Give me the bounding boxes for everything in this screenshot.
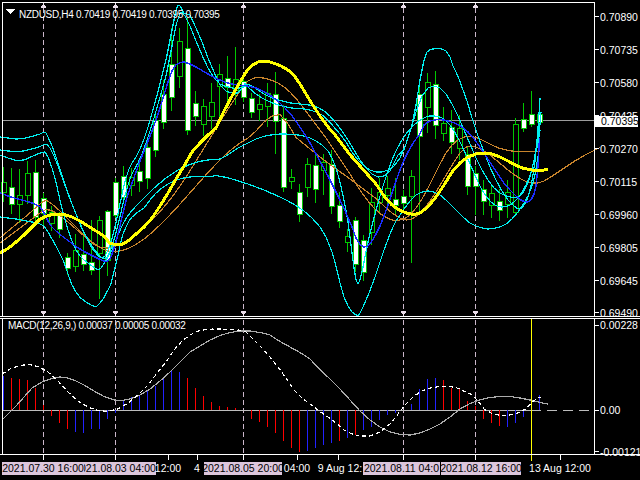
svg-text:MACD(12,26,9,) 0.00037 0.00005: MACD(12,26,9,) 0.00037 0.00005 0.00032 xyxy=(8,320,186,331)
svg-text:12:00: 12:00 xyxy=(155,462,181,474)
svg-text:0.69490: 0.69490 xyxy=(600,307,638,319)
svg-text:0.70270: 0.70270 xyxy=(600,143,638,155)
svg-text:2021.08.11 04:0: 2021.08.11 04:0 xyxy=(364,462,439,474)
svg-text:0.70115: 0.70115 xyxy=(600,176,637,188)
svg-text:9 Aug 12:: 9 Aug 12: xyxy=(318,462,362,474)
svg-text:2021.07.30 16:00: 2021.07.30 16:00 xyxy=(2,462,84,474)
svg-text:0.70580: 0.70580 xyxy=(600,77,638,89)
svg-text:0.70395: 0.70395 xyxy=(601,115,639,127)
svg-text:0.69960: 0.69960 xyxy=(600,209,638,221)
svg-text:4: 4 xyxy=(194,462,200,474)
svg-text:0.69645: 0.69645 xyxy=(600,275,638,287)
svg-text:0.69805: 0.69805 xyxy=(600,242,638,254)
svg-text:0.70890: 0.70890 xyxy=(600,11,638,23)
svg-text:2021.08.03 04:00: 2021.08.03 04:00 xyxy=(74,462,156,474)
svg-text:04:00: 04:00 xyxy=(284,462,310,474)
svg-text:-0.00121: -0.00121 xyxy=(600,446,640,458)
svg-text:2021.08.05 20:00: 2021.08.05 20:00 xyxy=(202,462,284,474)
svg-text:2021.08.12 16:00: 2021.08.12 16:00 xyxy=(440,462,522,474)
svg-text:0.00: 0.00 xyxy=(600,404,621,416)
svg-text:NZDUSD,H4 0.70419 0.70419 0.7: NZDUSD,H4 0.70419 0.70419 0.70395 0.7039… xyxy=(19,9,220,20)
svg-text:0.00228: 0.00228 xyxy=(600,319,638,331)
svg-text:0.70735: 0.70735 xyxy=(600,44,638,56)
svg-text:13 Aug 12:00: 13 Aug 12:00 xyxy=(529,462,591,474)
